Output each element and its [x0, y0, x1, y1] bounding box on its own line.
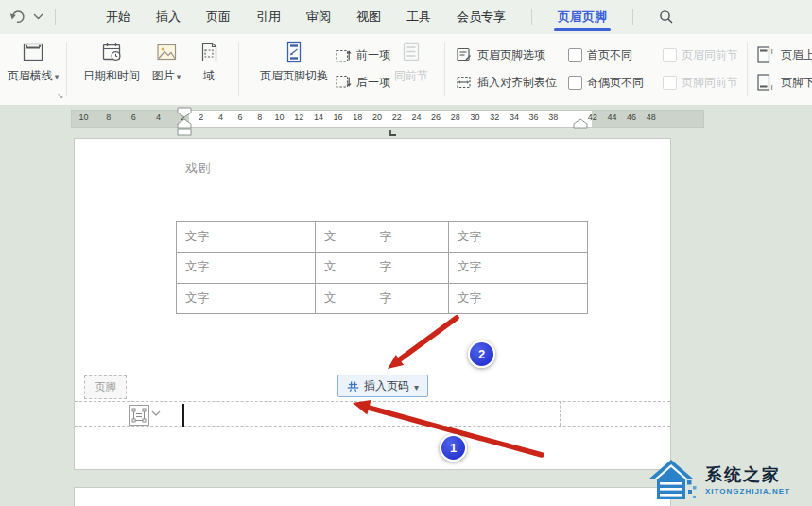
- dialog-launcher-icon[interactable]: ↘: [57, 91, 64, 100]
- field-button[interactable]: 域: [192, 40, 226, 82]
- checkbox-header-same-as-previous: 页眉同前节: [663, 46, 738, 63]
- header-footer-switch-label: 页眉页脚切换: [260, 69, 328, 82]
- insert-page-number-label: 插入页码: [364, 378, 409, 394]
- page-1[interactable]: 戏剧 文字 文字 文字 文字 文字 文字 文字 文字 文字 页脚: [74, 138, 671, 470]
- table-cell: 文字: [177, 284, 316, 314]
- table-cell: 文字: [316, 222, 449, 253]
- undo-icon[interactable]: [9, 9, 26, 25]
- date-time-button[interactable]: 日期和时间: [79, 40, 144, 82]
- header-footer-options-button[interactable]: 页眉页脚选项: [456, 46, 545, 63]
- titlebar-separator: [55, 9, 56, 25]
- checkbox-different-odd-even[interactable]: 奇偶页不同: [568, 74, 644, 91]
- house-logo-icon: [648, 459, 698, 502]
- checkbox-icon: [663, 76, 677, 90]
- next-item-icon: [335, 74, 352, 91]
- document-title: 戏剧: [185, 160, 210, 177]
- next-item-button[interactable]: 后一项: [335, 74, 390, 91]
- tab-review[interactable]: 审阅: [306, 0, 331, 34]
- checkbox-different-first-page[interactable]: 首页不同: [568, 46, 632, 63]
- picture-button[interactable]: 图片: [146, 40, 187, 83]
- header-line-button[interactable]: 页眉横线: [5, 40, 61, 83]
- footer-frame-button[interactable]: [129, 405, 149, 426]
- align-tab-icon: [456, 74, 473, 91]
- ruler-number: 46: [627, 112, 636, 123]
- step-badge-1: 1: [440, 434, 467, 462]
- checkbox-label: 奇偶页不同: [587, 75, 644, 91]
- tab-reference[interactable]: 引用: [256, 0, 281, 34]
- page-number-hash-icon: [347, 380, 359, 393]
- table-cell: 文字: [316, 284, 449, 314]
- footer-right-boundary: [560, 401, 561, 426]
- page-2[interactable]: [74, 487, 671, 506]
- watermark-name: 系统之家: [705, 465, 790, 484]
- svg-text:I: I: [771, 83, 773, 92]
- picture-icon: [154, 40, 179, 64]
- tab-insert[interactable]: 插入: [156, 0, 181, 34]
- footer-bottom-icon: I: [756, 73, 776, 92]
- tab-view[interactable]: 视图: [356, 0, 381, 34]
- ribbon-separator: [238, 42, 239, 96]
- table-cell: 文字: [449, 222, 588, 253]
- menu-tabs: 开始 插入 页面 引用 审阅 视图 工具 会员专享 页眉页脚: [106, 0, 674, 34]
- footer-frame-icon: [131, 408, 147, 423]
- checkbox-label: 页眉同前节: [682, 47, 738, 63]
- date-time-label: 日期和时间: [83, 69, 140, 82]
- checkbox-icon: [663, 48, 677, 62]
- insert-page-number-button[interactable]: 插入页码: [337, 375, 428, 397]
- insert-align-tab-button[interactable]: 插入对齐制表位: [456, 74, 557, 91]
- header-top-icon: I: [756, 45, 776, 64]
- picture-label: 图片: [152, 69, 181, 83]
- ruler-number: 44: [607, 112, 616, 123]
- previous-item-label: 前一项: [356, 47, 390, 63]
- footer-boundary-line: [75, 401, 670, 402]
- checkbox-label: 首页不同: [587, 47, 632, 63]
- tab-home[interactable]: 开始: [106, 0, 130, 34]
- footer-bottom-distance-button[interactable]: I 页脚下: [756, 74, 812, 91]
- watermark-domain: XITONGZHIJIA.NET: [705, 487, 790, 496]
- header-footer-options-label: 页眉页脚选项: [477, 47, 545, 63]
- titlebar-separator: [632, 9, 633, 25]
- document-table: 文字 文字 文字 文字 文字 文字 文字 文字 文字: [176, 221, 588, 314]
- same-as-previous-button: 同前节: [390, 40, 432, 82]
- step-badge-2: 2: [468, 340, 495, 368]
- ruler-number: 6: [131, 112, 136, 123]
- checkbox-icon: [568, 48, 582, 62]
- calendar-clock-icon: [99, 40, 124, 64]
- search-icon[interactable]: [659, 9, 674, 25]
- header-top-label: 页眉上: [781, 47, 812, 63]
- ruler-number: 8: [106, 112, 111, 123]
- tab-page[interactable]: 页面: [206, 0, 231, 34]
- header-top-distance-button[interactable]: I 页眉上: [756, 46, 812, 63]
- table-cell: 文字: [449, 284, 588, 314]
- table-cell: 文字: [177, 253, 316, 283]
- header-line-label: 页眉横线: [8, 69, 60, 83]
- ruler-number: 4: [156, 112, 161, 123]
- ruler-indent-markers[interactable]: [175, 107, 600, 139]
- chevron-down-icon[interactable]: [33, 13, 43, 21]
- header-footer-switch-icon: [282, 40, 306, 64]
- footer-boundary-line: [75, 426, 670, 427]
- svg-text:I: I: [771, 47, 773, 56]
- header-footer-switch-button[interactable]: 页眉页脚切换: [250, 40, 338, 82]
- field-label: 域: [203, 69, 215, 82]
- ruler-number: 10: [78, 112, 88, 123]
- ruler-number: 48: [647, 112, 656, 123]
- insert-align-tab-label: 插入对齐制表位: [477, 75, 557, 91]
- tab-tools[interactable]: 工具: [406, 0, 431, 34]
- same-as-previous-icon: [399, 40, 423, 64]
- previous-item-button[interactable]: 前一项: [335, 46, 390, 63]
- checkbox-icon: [568, 76, 582, 90]
- wps-window: 开始 插入 页面 引用 审阅 视图 工具 会员专享 页眉页脚 页眉横线 ↘: [0, 0, 812, 506]
- ribbon-separator: [444, 42, 445, 96]
- footer-bottom-label: 页脚下: [781, 75, 812, 91]
- footer-frame-dropdown-icon[interactable]: [151, 410, 161, 417]
- ribbon: 页眉横线 ↘ 日期和时间 图片 域 页眉页脚切换: [0, 34, 812, 106]
- dropdown-caret-icon: [414, 377, 419, 394]
- header-footer-options-icon: [456, 46, 473, 63]
- next-item-label: 后一项: [356, 75, 390, 91]
- titlebar: 开始 插入 页面 引用 审阅 视图 工具 会员专享 页眉页脚: [0, 0, 812, 35]
- checkbox-label: 页脚同前节: [682, 75, 738, 91]
- tab-header-footer[interactable]: 页眉页脚: [558, 0, 607, 34]
- tab-member[interactable]: 会员专享: [457, 0, 506, 34]
- ribbon-separator: [66, 42, 67, 96]
